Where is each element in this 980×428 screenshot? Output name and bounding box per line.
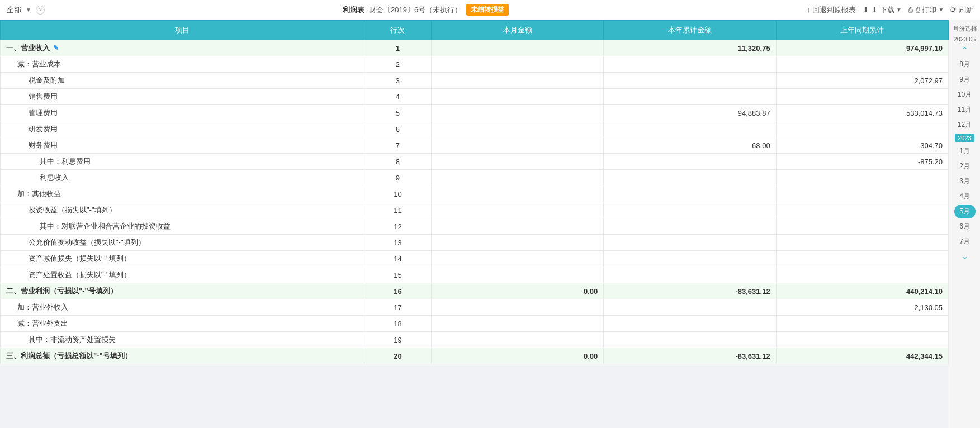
right-sidebar: 月份选择 2023.05 ⌃ 8月 9月 10月 11月 12月 2023 1月… [949, 20, 980, 428]
cell-item: 管理费用 [1, 105, 364, 121]
cell-item: 其中：对联营企业和合营企业的投资收益 [1, 218, 364, 235]
report-subtitle: 财会〔2019〕6号（未执行） [369, 5, 462, 15]
sidebar-month-2[interactable]: 2月 [954, 159, 976, 173]
header-prev: 上年同期累计 [776, 21, 948, 40]
cell-month [431, 154, 603, 170]
cell-row-num: 19 [364, 332, 432, 348]
sidebar-month-5[interactable]: 5月 [954, 205, 976, 218]
top-bar-right: ↓ 回退到原报表 ⬇ ⬇ 下载 ▼ ⎙ ⎙ 打印 ▼ ⟳ 刷新 [807, 5, 973, 15]
cell-month [431, 89, 603, 105]
cell-item: 一、营业收入✎ [1, 40, 364, 56]
cell-month [431, 251, 603, 267]
table-row: 二、营业利润（亏损以"-"号填列）160.00-83,631.12440,214… [1, 283, 949, 299]
cell-month [431, 202, 603, 218]
cell-year: -83,631.12 [604, 283, 776, 299]
cell-prev [776, 121, 948, 137]
sidebar-month-12[interactable]: 12月 [954, 118, 976, 132]
cell-prev [776, 332, 948, 348]
table-row: 税金及附加32,072.97 [1, 73, 949, 89]
download-btn[interactable]: ⬇ ⬇ 下载 ▼ [863, 5, 902, 15]
cell-item: 加：其他收益 [1, 186, 364, 202]
cell-row-num[interactable]: 11 [364, 202, 432, 218]
cell-item: 研发费用 [1, 121, 364, 137]
table-row: 研发费用6 [1, 121, 949, 137]
cell-prev: 440,214.10 [776, 283, 948, 299]
sidebar-month-9[interactable]: 9月 [954, 73, 976, 87]
sidebar-month-8[interactable]: 8月 [954, 58, 976, 72]
cell-month [431, 299, 603, 316]
cell-item: 销售费用 [1, 89, 364, 105]
back-btn[interactable]: ↓ 回退到原报表 [807, 5, 856, 15]
table-row: 一、营业收入✎111,320.75974,997.10 [1, 40, 949, 56]
table-header-row: 项目 行次 本月金额 本年累计金额 上年同期累计 [1, 21, 949, 40]
download-icon: ⬇ [863, 6, 869, 14]
cell-year [604, 267, 776, 283]
cell-item: 税金及附加 [1, 73, 364, 89]
cell-item: 财务费用 [1, 137, 364, 154]
cell-item: 减：营业外支出 [1, 316, 364, 332]
cell-row-num[interactable]: 17 [364, 299, 432, 316]
table-row: 资产减值损失（损失以"-"填列）14 [1, 251, 949, 267]
sidebar-month-10[interactable]: 10月 [954, 88, 976, 102]
sidebar-month-4[interactable]: 4月 [954, 189, 976, 203]
sidebar-month-6[interactable]: 6月 [954, 220, 976, 234]
table-row: 财务费用768.00-304.70 [1, 137, 949, 154]
sidebar-down-btn[interactable]: ⌄ [957, 250, 973, 261]
cell-year [604, 235, 776, 251]
all-label[interactable]: 全部 [7, 5, 21, 15]
cell-row-num[interactable]: 10 [364, 186, 432, 202]
cell-month [431, 316, 603, 332]
cell-month [431, 40, 603, 56]
table-row: 加：营业外收入172,130.05 [1, 299, 949, 316]
sidebar-month-3[interactable]: 3月 [954, 174, 976, 188]
header-row: 行次 [364, 21, 432, 40]
help-icon[interactable]: ? [36, 6, 45, 15]
refresh-btn[interactable]: ⟳ 刷新 [950, 5, 973, 15]
download-dropdown-icon[interactable]: ▼ [896, 7, 902, 13]
cell-prev [776, 267, 948, 283]
cell-year [604, 121, 776, 137]
cell-year [604, 154, 776, 170]
sidebar-month-7[interactable]: 7月 [954, 235, 976, 249]
sidebar-up-btn[interactable]: ⌃ [957, 45, 973, 56]
cell-prev [776, 56, 948, 73]
cell-year [604, 251, 776, 267]
print-dropdown-icon[interactable]: ▼ [938, 7, 944, 13]
cell-row-num: 15 [364, 267, 432, 283]
cell-prev: -875.20 [776, 154, 948, 170]
sidebar-year-badge-2023[interactable]: 2023 [955, 134, 974, 142]
report-title: 利润表 [343, 5, 364, 15]
cell-prev [776, 235, 948, 251]
cell-prev [776, 170, 948, 186]
table-row: 三、利润总额（亏损总额以"-"号填列）200.00-83,631.12442,3… [1, 348, 949, 364]
header-item: 项目 [1, 21, 364, 40]
cell-row-num: 3 [364, 73, 432, 89]
table-row: 公允价值变动收益（损失以"-"填列）13 [1, 235, 949, 251]
print-btn[interactable]: ⎙ ⎙ 打印 ▼ [908, 5, 944, 15]
cell-year [604, 202, 776, 218]
cell-item: 资产处置收益（损失以"-"填列） [1, 267, 364, 283]
cell-month [431, 332, 603, 348]
table-row: 投资收益（损失以"-"填列）11 [1, 202, 949, 218]
cell-item: 其中：非流动资产处置损失 [1, 332, 364, 348]
cell-year [604, 170, 776, 186]
cell-month [431, 218, 603, 235]
cell-row-num: 7 [364, 137, 432, 154]
cell-item: 投资收益（损失以"-"填列） [1, 202, 364, 218]
sidebar-month-1[interactable]: 1月 [954, 144, 976, 158]
table-row: 减：营业成本2 [1, 56, 949, 73]
cell-prev [776, 202, 948, 218]
cell-prev [776, 218, 948, 235]
cell-month [431, 73, 603, 89]
cell-row-num: 6 [364, 121, 432, 137]
dropdown-icon[interactable]: ▼ [26, 7, 31, 13]
cell-row-num: 18 [364, 316, 432, 332]
edit-icon[interactable]: ✎ [53, 44, 59, 52]
cell-row-num[interactable]: 12 [364, 218, 432, 235]
cell-year: 11,320.75 [604, 40, 776, 56]
cell-year [604, 218, 776, 235]
unfinished-badge[interactable]: 未结转损益 [466, 4, 509, 16]
report-table: 项目 行次 本月金额 本年累计金额 上年同期累计 一、营业收入✎111,320.… [0, 20, 949, 364]
sidebar-month-11[interactable]: 11月 [954, 103, 976, 117]
cell-prev: 2,072.97 [776, 73, 948, 89]
